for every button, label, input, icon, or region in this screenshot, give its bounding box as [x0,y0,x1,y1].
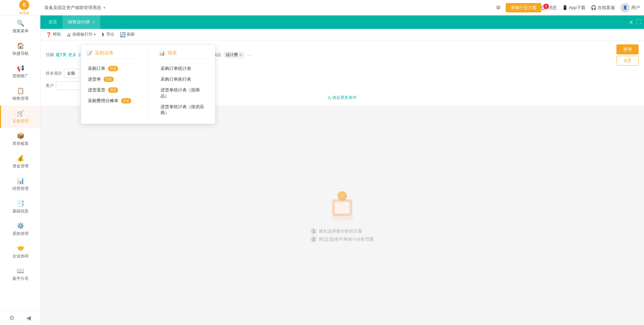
svg-text:6: 6 [23,2,26,8]
sidebar-label-search: 搜索菜单 [12,28,29,34]
goods-input-area: 设计费 ✕ ··· [223,51,251,58]
sidebar-item-operation[interactable]: 📊 经营管理 [0,173,40,196]
purchase-dropdown-menu: 📝 采购业务 采购订单 历史 进货单 历史 进货退货 历史 [81,44,215,124]
collapse-btn[interactable]: ⋀ 收起更多条件 [326,93,358,102]
settings-icon-btn[interactable]: ⚙ [494,3,503,12]
logo-icon: 6 [19,0,30,10]
tab-sales-rank-label: 销售排行榜 [68,19,90,25]
sidebar-label-marketing: 营销推广 [12,73,29,79]
sidebar-label-system: 系统管理 [12,231,29,237]
tab-close-icon[interactable]: ✕ [92,20,95,25]
user-btn[interactable]: 👤 用户 [620,3,640,12]
dropdown-item-incoming-stat-by-goods[interactable]: 进货单统计表（按商品） [159,85,210,101]
sidebar-item-guide[interactable]: 📖 新手引导 [0,263,40,286]
dropdown-item-purchase-order-exec[interactable]: 采购订单执行表 [159,74,210,85]
tip-num-1: 1 [311,228,317,234]
settings-outline-btn[interactable]: 设置 [616,56,639,66]
sidebar-item-marketing[interactable]: 📢 营销推广 [0,60,40,83]
sidebar-label-finance: 资金管理 [12,163,29,169]
purchase-order-stat-label: 采购订单统计表 [160,66,191,72]
toolbar: ❓ 帮助 🖨 按模板打印 ▾ ⬆ 导出 🔄 刷新 [40,29,644,40]
sidebar-item-finance[interactable]: 💰 资金管理 [0,151,40,173]
dropdown-arrow-icon[interactable]: ▾ [103,5,105,10]
goods-tag: 设计费 ✕ [223,51,245,58]
sidebar-item-system[interactable]: ⚙️ 系统管理 [0,218,40,241]
message-badge: 9 [543,4,549,9]
sidebar-collapse-btn[interactable]: ◀ [26,314,31,322]
report-section-header: 📊 报表 [159,50,210,59]
sidebar-item-search[interactable]: 🔍 搜索菜单 [0,15,40,38]
dropdown-item-return[interactable]: 进货退货 历史 [86,85,137,95]
dropdown-item-purchase-order[interactable]: 采购订单 历史 [86,63,137,74]
empty-state: ! 1 请先选择要分析的方案 2 用[过滤]条件来缩小分析范围 [40,106,644,325]
home-icon: 🏠 [17,42,24,49]
date-preset-7days[interactable]: 近7天 [56,52,66,58]
online-service-btn[interactable]: 🎧 在线客服 [591,5,615,11]
tab-bar: 首页 销售排行榜 ✕ ✕ ⛶ [40,15,644,29]
sidebar-item-basic[interactable]: 📑 基础信息 [0,196,40,218]
avatar: 👤 [620,3,630,12]
sidebar-item-enterprise[interactable]: 🤝 企业协同 [0,241,40,263]
export-btn[interactable]: ⬆ 导出 [101,32,114,37]
print-dropdown-icon[interactable]: ▾ [94,33,96,36]
svg-rect-4 [335,202,350,213]
sidebar-item-quick-nav[interactable]: 🏠 快捷导航 [0,38,40,60]
tab-close-window-icon[interactable]: ✕ [629,19,633,26]
tip-num-2: 2 [311,236,317,242]
sidebar-item-inventory[interactable]: 📦 库存核算 [0,128,40,151]
report-section-icon: 📊 [159,50,165,56]
dropdown-item-expense[interactable]: 采购费用分摊单 历史 [86,95,137,106]
online-service-label: 在线客服 [598,5,615,11]
system-title-text: 装备及固定资产辅助管理系统 [44,5,101,11]
tab-sales-rank[interactable]: 销售排行榜 ✕ [63,15,100,29]
export-icon: ⬆ [101,32,105,37]
operation-icon: 📊 [17,177,24,185]
message-btn[interactable]: 💬 9 消息 [541,5,557,11]
purchase-section: 📝 采购业务 采购订单 历史 进货单 历史 进货退货 历史 [86,50,137,118]
empty-tip-2: 2 用[过滤]条件来缩小分析范围 [311,236,373,242]
sidebar-label-purchase: 采购管理 [12,118,29,124]
sidebar-label-sales: 销售管理 [12,96,29,101]
message-label: 消息 [548,5,557,11]
print-btn[interactable]: 🖨 按模板打印 ▾ [66,32,96,37]
tab-home-label: 首页 [48,19,57,25]
header-right: 💬 9 消息 📱 App下载 🎧 在线客服 👤 用户 [541,3,640,12]
goods-tag-close[interactable]: ✕ [239,53,242,57]
empty-tips: 1 请先选择要分析的方案 2 用[过滤]条件来缩小分析范围 [311,228,373,242]
help-btn[interactable]: ❓ 帮助 [46,32,61,37]
customer-label: 客户 [46,83,54,89]
tip-text-1: 请先选择要分析的方案 [319,228,362,234]
sidebar-label-guide: 新手引导 [12,276,29,282]
purchase-section-header: 📝 采购业务 [86,50,137,59]
sidebar-settings-btn[interactable]: ⚙ [9,314,14,322]
dropdown-item-purchase-order-stat[interactable]: 采购订单统计表 [159,63,210,74]
section-divider [148,50,148,118]
tab-maximize-icon[interactable]: ⛶ [636,19,641,25]
tab-home[interactable]: 首页 [43,15,63,29]
refresh-btn[interactable]: 🔄 刷新 [120,32,135,37]
dropdown-item-incoming[interactable]: 进货单 历史 [86,74,137,85]
help-label: 帮助 [53,32,61,37]
experience-btn[interactable]: 体验行业方案 [506,3,541,12]
app-download-btn[interactable]: 📱 App下载 [562,5,585,11]
date-label: 日期 [46,52,54,58]
filter-goods: 商品 设计费 ✕ ··· [213,51,251,58]
refresh-label: 刷新 [127,32,135,37]
date-preset-more[interactable]: 更多 [68,52,76,58]
svg-text:!: ! [342,193,343,199]
tip-text-2: 用[过滤]条件来缩小分析范围 [319,236,373,242]
sidebar-item-sales[interactable]: 📋 销售管理 [0,83,40,106]
purchase-section-icon: 📝 [86,50,92,56]
collapse-label: 收起更多条件 [332,95,357,100]
purchase-order-exec-label: 采购订单执行表 [160,76,191,82]
report-section: 📊 报表 采购订单统计表 采购订单执行表 进货单统计表（按商品） 进货单统计表（… [159,50,210,118]
goods-ellipsis[interactable]: ··· [247,52,251,58]
query-btn[interactable]: 查询 [616,44,639,54]
empty-tip-1: 1 请先选择要分析的方案 [311,228,373,234]
sidebar-item-purchase[interactable]: 🛒 采购管理 [0,106,40,128]
megaphone-icon: 📢 [17,65,24,72]
dropdown-item-incoming-stat-by-supplier[interactable]: 进货单统计表（按供应商） [159,101,210,118]
rank-item-label: 排名项目 [46,71,62,76]
phone-icon: 📱 [562,5,568,10]
incoming-label: 进货单 [88,76,101,82]
